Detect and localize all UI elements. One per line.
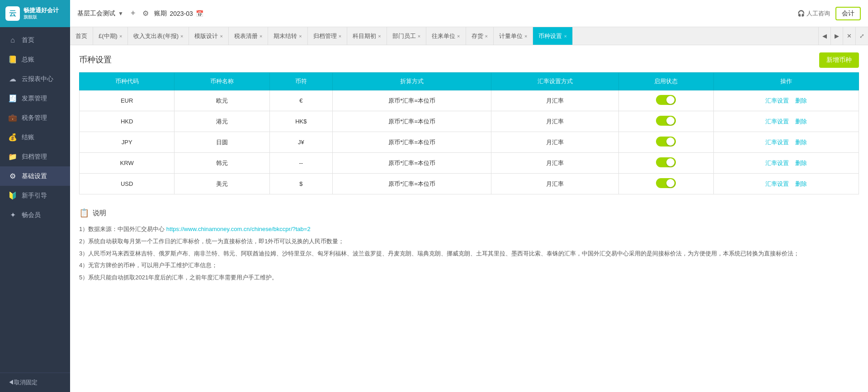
table-cell: $ <box>269 174 332 194</box>
sidebar-nav: ⌂ 首页📒 总账☁ 云报表中心🧾 发票管理💼 税务管理💰 结账📁 归档管理⚙ 基… <box>0 27 70 373</box>
table-row: KRW韩元--原币*汇率=本位币月汇率 汇率设置 删除 <box>80 153 859 174</box>
table-cell: 原币*汇率=本位币 <box>332 111 491 132</box>
tab-close-period_end[interactable]: × <box>299 33 302 39</box>
sidebar-label-checkout: 结账 <box>22 133 34 142</box>
tab-inventory[interactable]: 存货 × <box>466 27 494 45</box>
tab-close-balance[interactable]: × <box>119 33 122 39</box>
tab-close-all-button[interactable]: ✕ <box>843 27 855 45</box>
tab-close-partners[interactable]: × <box>457 33 460 39</box>
notes-item: 2）系统自动获取每月第一个工作日的汇率标价，统一为直接标价法，即1外币可以兑换的… <box>79 236 859 248</box>
tab-close-inventory[interactable]: × <box>485 33 488 39</box>
tab-subject[interactable]: 科目期初 × <box>347 27 387 45</box>
col-header: 币种名称 <box>175 73 269 90</box>
action-cell: 汇率设置 删除 <box>714 132 859 153</box>
table-cell: 原币*汇率=本位币 <box>332 132 491 153</box>
sidebar-item-guide[interactable]: 🔰 新手引导 <box>0 186 70 205</box>
notes-item: 3）人民币对马来西亚林吉特、俄罗斯卢布、南非兰特、韩元、阿联酋迪拉姆、沙特里亚尔… <box>79 248 859 260</box>
logo-icon: 云 <box>5 6 20 21</box>
member-icon: ✦ <box>8 211 17 219</box>
action-cell: 汇率设置 删除 <box>714 90 859 111</box>
sidebar-label-tax: 税务管理 <box>22 114 47 122</box>
tab-template[interactable]: 模版设计 × <box>189 27 228 45</box>
delete-link[interactable]: 删除 <box>795 180 807 187</box>
tab-period_end[interactable]: 期末结转 × <box>268 27 307 45</box>
tab-close-template[interactable]: × <box>220 33 222 39</box>
settings-icon[interactable]: ⚙ <box>142 9 149 18</box>
tab-next-button[interactable]: ▶ <box>830 27 843 45</box>
status-toggle[interactable] <box>656 157 676 167</box>
status-cell <box>618 174 713 194</box>
status-toggle[interactable] <box>656 95 676 105</box>
topbar-right: 🎧 人工咨询 会计 <box>797 7 861 20</box>
status-toggle[interactable] <box>656 116 676 126</box>
tab-close-tax[interactable]: × <box>259 33 262 39</box>
rate-settings-link[interactable]: 汇率设置 <box>765 118 789 125</box>
tab-dept[interactable]: 部门员工 × <box>387 27 426 45</box>
sidebar-label-guide: 新手引导 <box>22 192 47 200</box>
table-cell: J¥ <box>269 132 332 153</box>
status-toggle[interactable] <box>656 178 676 188</box>
tab-expand-button[interactable]: ⤢ <box>855 27 868 45</box>
table-row: JPY日圆J¥原币*汇率=本位币月汇率 汇率设置 删除 <box>80 132 859 153</box>
col-header: 启用状态 <box>618 73 713 90</box>
help-button[interactable]: 🎧 人工咨询 <box>797 9 830 18</box>
sidebar-item-tax[interactable]: 💼 税务管理 <box>0 108 70 128</box>
tab-balance[interactable]: £(中期) × <box>93 27 128 45</box>
rate-settings-link[interactable]: 汇率设置 <box>765 97 789 104</box>
tab-home[interactable]: 首页 <box>70 27 93 45</box>
tab-tax[interactable]: 税表清册 × <box>229 27 268 45</box>
sidebar-item-home[interactable]: ⌂ 首页 <box>0 31 70 50</box>
sidebar-item-settings[interactable]: ⚙ 基础设置 <box>0 166 70 186</box>
rate-settings-link[interactable]: 汇率设置 <box>765 139 789 146</box>
add-tab-button[interactable]: + <box>129 9 137 18</box>
tab-label-income: 收入支出表(年报) <box>133 32 179 40</box>
sidebar-item-archive[interactable]: 📁 归档管理 <box>0 147 70 166</box>
toggle-knob <box>666 117 675 125</box>
delete-link[interactable]: 删除 <box>795 97 807 104</box>
toggle-knob <box>666 137 675 146</box>
rate-settings-link[interactable]: 汇率设置 <box>765 160 789 166</box>
main-area: 基层工会测试 ▼ + ⚙ 账期 2023-03 📅 🎧 人工咨询 会计 首页£(… <box>70 0 868 392</box>
tab-close-dept[interactable]: × <box>418 33 420 39</box>
delete-link[interactable]: 删除 <box>795 160 807 166</box>
tab-prev-button[interactable]: ◀ <box>818 27 830 45</box>
tab-close-unit[interactable]: × <box>524 33 527 39</box>
sidebar-label-home: 首页 <box>22 36 34 44</box>
tab-currency[interactable]: 币种设置 × <box>533 27 572 45</box>
tab-income[interactable]: 收入支出表(年报) × <box>128 27 189 45</box>
status-toggle[interactable] <box>656 137 676 146</box>
table-cell: EUR <box>80 90 175 111</box>
tab-partners[interactable]: 往来单位 × <box>426 27 466 45</box>
tab-label-balance: £(中期) <box>99 32 118 40</box>
sidebar-item-reports[interactable]: ☁ 云报表中心 <box>0 69 70 89</box>
reports-icon: ☁ <box>8 75 17 83</box>
col-header: 汇率设置方式 <box>491 73 618 90</box>
delete-link[interactable]: 删除 <box>795 139 807 146</box>
tab-unit[interactable]: 计量单位 × <box>494 27 533 45</box>
tab-close-subject[interactable]: × <box>378 33 381 39</box>
tab-close-income[interactable]: × <box>180 33 183 39</box>
delete-link[interactable]: 删除 <box>795 118 807 125</box>
table-cell: KRW <box>80 153 175 174</box>
tab-close-currency[interactable]: × <box>564 33 566 39</box>
tab-close-archive[interactable]: × <box>339 33 341 39</box>
settings-icon: ⚙ <box>8 172 17 180</box>
rate-settings-link[interactable]: 汇率设置 <box>765 180 789 187</box>
account-button[interactable]: 会计 <box>835 7 861 20</box>
notes-link[interactable]: https://www.chinamoney.com.cn/chinese/bk… <box>166 226 311 232</box>
status-cell <box>618 153 713 174</box>
period-selector[interactable]: 账期 2023-03 📅 <box>154 9 203 18</box>
sidebar-item-member[interactable]: ✦ 畅会员 <box>0 205 70 225</box>
notes-item: 5）系统只能自动抓取2021年度后的汇率，之前年度汇率需要用户手工维护。 <box>79 272 859 284</box>
sidebar-item-ledger[interactable]: 📒 总账 <box>0 50 70 69</box>
sidebar-label-settings: 基础设置 <box>22 172 47 180</box>
new-currency-button[interactable]: 新增币种 <box>819 52 859 68</box>
sidebar-pin[interactable]: ◀取消固定 <box>0 373 70 392</box>
sidebar-item-checkout[interactable]: 💰 结账 <box>0 128 70 147</box>
table-cell: 日圆 <box>175 132 269 153</box>
tab-archive[interactable]: 归档管理 × <box>308 27 347 45</box>
table-row: EUR欧元€原币*汇率=本位币月汇率 汇率设置 删除 <box>80 90 859 111</box>
project-selector[interactable]: 基层工会测试 ▼ <box>77 9 123 18</box>
tab-label-home: 首页 <box>75 32 87 40</box>
sidebar-item-invoice[interactable]: 🧾 发票管理 <box>0 89 70 108</box>
